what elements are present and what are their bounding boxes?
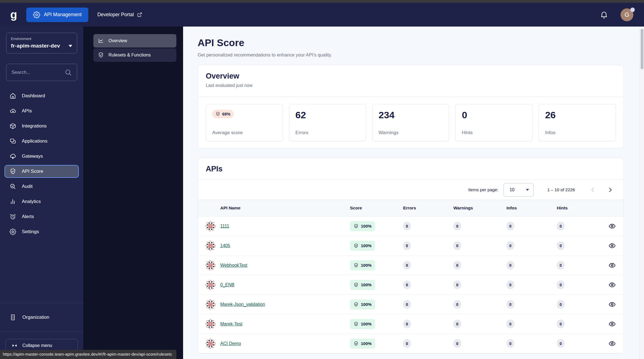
- column-header-hints: Hints: [551, 206, 602, 211]
- api-name-link[interactable]: ACI Demo: [220, 341, 350, 346]
- cloud-download-icon: [10, 153, 16, 160]
- infos-count: 0: [506, 280, 514, 289]
- stat-value: 26: [545, 110, 609, 121]
- shield-check-icon: [354, 224, 359, 229]
- apis-title: APIs: [206, 165, 616, 173]
- view-api-eye-icon[interactable]: [608, 320, 616, 328]
- user-avatar[interactable]: G: [621, 8, 633, 21]
- search-input[interactable]: [11, 70, 62, 75]
- stat-card-infos: 26 Infos: [539, 104, 616, 141]
- api-name-link[interactable]: Marek-Test: [220, 322, 350, 327]
- sidebar-item-label: Dashboard: [22, 93, 45, 99]
- sidebar-item-label: Gateways: [22, 153, 43, 159]
- errors-count: 0: [403, 300, 411, 309]
- api-name-link[interactable]: 1405: [220, 243, 350, 248]
- api-identicon-icon: [205, 338, 220, 349]
- cube-icon: [10, 123, 16, 129]
- sidebar-item-label: Applications: [22, 138, 48, 144]
- stat-label: Infos: [545, 130, 609, 136]
- sidebar-item-settings[interactable]: Settings: [4, 225, 79, 238]
- environment-select[interactable]: Environment fr-apim-master-dev: [6, 33, 77, 53]
- items-per-page-value: 10: [510, 187, 515, 192]
- gear-shield-icon: [33, 11, 40, 18]
- hints-count: 0: [557, 241, 565, 250]
- stat-card-warnings: 234 Warnings: [372, 104, 449, 141]
- score-badge: 100%: [350, 319, 375, 329]
- sidebar-item-integrations[interactable]: Integrations: [4, 120, 79, 133]
- view-api-eye-icon[interactable]: [608, 222, 616, 230]
- subnav-item-overview[interactable]: Overview: [93, 34, 176, 48]
- notifications-bell-icon[interactable]: [600, 11, 608, 19]
- search-icon: [65, 69, 72, 76]
- items-per-page-select[interactable]: 10: [503, 183, 534, 197]
- api-name-link[interactable]: WebhookTest: [220, 263, 350, 268]
- sidebar-item-apis[interactable]: APIs: [4, 105, 79, 117]
- view-api-eye-icon[interactable]: [608, 339, 616, 348]
- view-api-eye-icon[interactable]: [608, 242, 616, 250]
- next-page-button[interactable]: [604, 184, 616, 196]
- overview-stats: 69% Average score 62 Errors 234 Warnings…: [198, 97, 624, 148]
- sidebar-search[interactable]: [6, 64, 77, 81]
- score-badge: 100%: [350, 339, 375, 349]
- view-api-eye-icon[interactable]: [608, 300, 616, 309]
- average-score-badge: 69%: [212, 110, 234, 118]
- link-preview-url: https://apim-master-console.team-apim.gr…: [3, 352, 172, 356]
- sidebar-item-audit[interactable]: Audit: [4, 180, 79, 193]
- sidebar-item-label: Settings: [22, 229, 39, 235]
- api-name-link[interactable]: 1111: [220, 224, 350, 229]
- shield-check-icon: [354, 302, 359, 307]
- hints-count: 0: [557, 339, 565, 348]
- sidebar-item-analytics[interactable]: Analytics: [4, 195, 79, 208]
- sidebar-item-api-score[interactable]: API Score: [4, 165, 79, 178]
- warnings-count: 0: [453, 261, 461, 270]
- warnings-count: 0: [453, 339, 461, 348]
- sidebar-item-alerts[interactable]: Alerts: [4, 210, 79, 223]
- api-name-link[interactable]: Marek-Json_validation: [220, 302, 350, 307]
- developer-portal-link[interactable]: Developer Portal: [97, 12, 142, 18]
- errors-count: 0: [403, 339, 411, 348]
- api-management-label: API Management: [44, 12, 82, 18]
- line-chart-icon: [98, 38, 104, 44]
- overview-title: Overview: [206, 72, 616, 81]
- errors-count: 0: [403, 280, 411, 289]
- hints-count: 0: [557, 222, 565, 230]
- sidebar-divider: [0, 332, 83, 332]
- stat-label: Errors: [295, 130, 360, 136]
- stat-label: Hints: [462, 130, 526, 136]
- score-badge: 100%: [350, 299, 375, 310]
- column-header-score: Score: [350, 206, 397, 211]
- view-api-eye-icon[interactable]: [608, 261, 616, 270]
- sidebar-item-gateways[interactable]: Gateways: [4, 150, 79, 163]
- view-api-eye-icon[interactable]: [608, 281, 616, 289]
- table-row: WebhookTest 100% 0 0 0 0: [198, 256, 624, 275]
- sidebar-item-organization[interactable]: Organization: [0, 303, 83, 332]
- environment-label: Environment: [11, 37, 72, 41]
- shield-check-icon: [216, 112, 220, 116]
- main-content: API Score Get personalized recommendatio…: [183, 27, 644, 359]
- sidebar-item-label: Alerts: [22, 214, 34, 219]
- average-score-value: 69%: [222, 112, 230, 116]
- table-row: 1405 100% 0 0 0 0: [198, 236, 624, 256]
- subnav-item-rulesets[interactable]: Rulesets & Functions: [93, 48, 176, 62]
- infos-count: 0: [506, 300, 514, 309]
- gear-icon: [10, 228, 16, 235]
- api-management-button[interactable]: API Management: [26, 8, 88, 22]
- infos-count: 0: [506, 222, 514, 230]
- collapse-icon: [11, 343, 18, 349]
- shield-check-icon: [354, 263, 359, 268]
- sidebar-item-dashboard[interactable]: Dashboard: [4, 89, 79, 102]
- pagination-range: 1 – 10 of 2226: [547, 187, 575, 192]
- hints-count: 0: [557, 280, 565, 289]
- previous-page-button[interactable]: [587, 184, 599, 196]
- page-scrollbar[interactable]: [640, 27, 644, 359]
- sidebar-item-applications[interactable]: Applications: [4, 135, 79, 148]
- table-row: 1111 100% 0 0 0 0: [198, 216, 624, 236]
- shield-check-icon: [354, 322, 359, 327]
- scrollbar-thumb[interactable]: [641, 29, 643, 69]
- infos-count: 0: [506, 339, 514, 348]
- sidebar-item-label: Analytics: [22, 199, 41, 204]
- subnav-item-label: Rulesets & Functions: [108, 53, 151, 58]
- collapse-menu-label: Collapse menu: [22, 343, 52, 348]
- api-name-link[interactable]: 0_ENB: [220, 282, 350, 287]
- gravitee-logo[interactable]: g: [7, 8, 20, 21]
